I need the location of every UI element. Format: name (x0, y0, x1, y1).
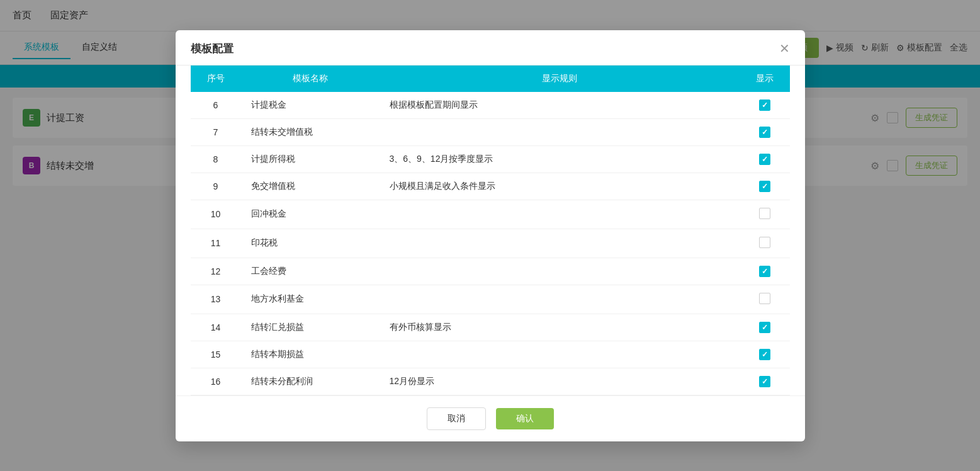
cell-rule-2: 3、6、9、12月按季度显示 (380, 145, 740, 173)
cell-name-9: 结转本期损益 (241, 341, 380, 368)
cell-name-3: 免交增值税 (241, 173, 380, 200)
modal-overlay: 模板配置 ✕ 序号 模板名称 显示规则 显示 6计提税金根据模板配置期间显示7结… (0, 0, 980, 471)
modal-footer: 取消 确认 (176, 395, 805, 441)
table-row: 12工会经费 (191, 258, 790, 285)
checkbox-row-5[interactable] (759, 237, 770, 248)
table-header-row: 序号 模板名称 显示规则 显示 (191, 65, 790, 92)
checkbox-row-0[interactable] (759, 99, 770, 111)
col-header-name: 模板名称 (241, 65, 380, 92)
modal-header: 模板配置 ✕ (176, 30, 805, 65)
cell-id-2: 8 (191, 145, 241, 173)
checkbox-row-4[interactable] (759, 208, 770, 219)
checkbox-row-3[interactable] (759, 181, 770, 192)
cell-display-8 (740, 314, 790, 341)
modal-body: 序号 模板名称 显示规则 显示 6计提税金根据模板配置期间显示7结转未交增值税8… (176, 65, 805, 395)
cell-rule-6 (380, 258, 740, 285)
table-row: 11印花税 (191, 229, 790, 258)
cell-name-2: 计提所得税 (241, 145, 380, 173)
cell-display-10 (740, 368, 790, 395)
cell-name-6: 工会经费 (241, 258, 380, 285)
cell-name-4: 回冲税金 (241, 200, 380, 229)
cell-display-9 (740, 341, 790, 368)
cell-display-6 (740, 258, 790, 285)
table-row: 14结转汇兑损益有外币核算显示 (191, 314, 790, 341)
cell-rule-1 (380, 118, 740, 145)
cell-name-0: 计提税金 (241, 92, 380, 119)
cell-name-10: 结转未分配利润 (241, 368, 380, 395)
config-table: 序号 模板名称 显示规则 显示 6计提税金根据模板配置期间显示7结转未交增值税8… (191, 65, 790, 395)
cell-name-1: 结转未交增值税 (241, 118, 380, 145)
cell-name-5: 印花税 (241, 229, 380, 258)
cell-rule-7 (380, 285, 740, 314)
cell-id-4: 10 (191, 200, 241, 229)
confirm-button[interactable]: 确认 (496, 408, 554, 429)
modal-close-button[interactable]: ✕ (779, 42, 790, 55)
cell-display-4 (740, 200, 790, 229)
cell-id-3: 9 (191, 173, 241, 200)
cell-id-1: 7 (191, 118, 241, 145)
cell-id-9: 15 (191, 341, 241, 368)
checkbox-row-7[interactable] (759, 293, 770, 304)
checkbox-row-9[interactable] (759, 349, 770, 360)
cell-rule-8: 有外币核算显示 (380, 314, 740, 341)
cell-rule-3: 小规模且满足收入条件显示 (380, 173, 740, 200)
col-header-rule: 显示规则 (380, 65, 740, 92)
cell-rule-4 (380, 200, 740, 229)
table-row: 10回冲税金 (191, 200, 790, 229)
modal-title: 模板配置 (191, 42, 234, 56)
cell-name-8: 结转汇兑损益 (241, 314, 380, 341)
cell-rule-10: 12月份显示 (380, 368, 740, 395)
cell-id-8: 14 (191, 314, 241, 341)
cell-rule-9 (380, 341, 740, 368)
checkbox-row-1[interactable] (759, 127, 770, 138)
table-row: 15结转本期损益 (191, 341, 790, 368)
cell-id-7: 13 (191, 285, 241, 314)
cell-display-2 (740, 145, 790, 173)
col-header-display: 显示 (740, 65, 790, 92)
col-header-id: 序号 (191, 65, 241, 92)
modal-template-config: 模板配置 ✕ 序号 模板名称 显示规则 显示 6计提税金根据模板配置期间显示7结… (176, 30, 805, 441)
cell-rule-0: 根据模板配置期间显示 (380, 92, 740, 119)
cell-display-0 (740, 92, 790, 119)
table-body: 6计提税金根据模板配置期间显示7结转未交增值税8计提所得税3、6、9、12月按季… (191, 92, 790, 395)
cell-id-5: 11 (191, 229, 241, 258)
cell-display-1 (740, 118, 790, 145)
checkbox-row-6[interactable] (759, 266, 770, 277)
cell-name-7: 地方水利基金 (241, 285, 380, 314)
table-row: 6计提税金根据模板配置期间显示 (191, 92, 790, 119)
checkbox-row-10[interactable] (759, 376, 770, 387)
cell-display-3 (740, 173, 790, 200)
cell-id-10: 16 (191, 368, 241, 395)
cell-id-6: 12 (191, 258, 241, 285)
table-row: 16结转未分配利润12月份显示 (191, 368, 790, 395)
checkbox-row-2[interactable] (759, 154, 770, 165)
table-row: 13地方水利基金 (191, 285, 790, 314)
cell-display-7 (740, 285, 790, 314)
table-row: 9免交增值税小规模且满足收入条件显示 (191, 173, 790, 200)
checkbox-row-8[interactable] (759, 322, 770, 333)
table-row: 8计提所得税3、6、9、12月按季度显示 (191, 145, 790, 173)
cancel-button[interactable]: 取消 (427, 407, 486, 430)
table-row: 7结转未交增值税 (191, 118, 790, 145)
cell-display-5 (740, 229, 790, 258)
cell-id-0: 6 (191, 92, 241, 119)
cell-rule-5 (380, 229, 740, 258)
